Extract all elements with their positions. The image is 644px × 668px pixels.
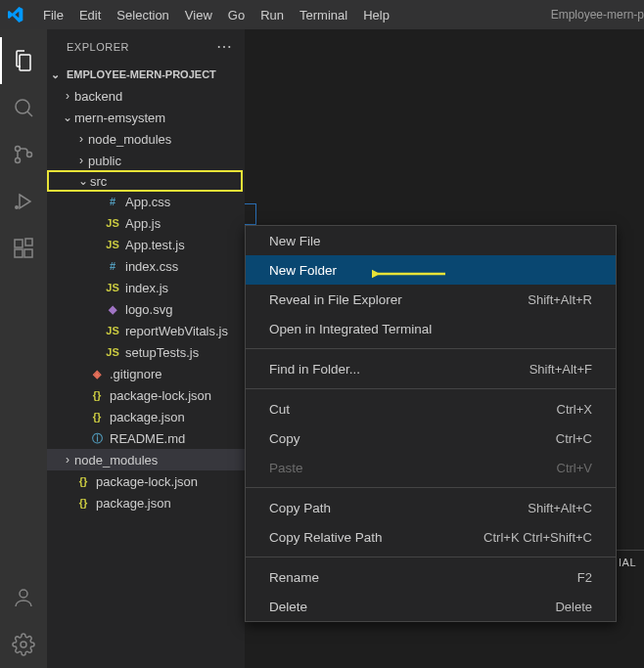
- account-icon[interactable]: [0, 574, 47, 621]
- tree-item-setuptests-js[interactable]: JSsetupTests.js: [47, 341, 245, 363]
- panel-tab-fragment[interactable]: IAL: [617, 550, 644, 573]
- ctx-separator: [246, 348, 616, 349]
- menu-run[interactable]: Run: [253, 0, 292, 29]
- debug-icon[interactable]: [0, 178, 47, 225]
- svg-point-6: [15, 205, 19, 209]
- file-type-icon: JS: [104, 239, 121, 250]
- file-type-icon: #: [104, 260, 121, 272]
- titlebar: FileEditSelectionViewGoRunTerminalHelp E…: [0, 0, 644, 29]
- tree-item-package-lock-json[interactable]: {}package-lock.json: [47, 470, 245, 492]
- window-title: Employee-mern-p: [551, 8, 644, 22]
- menu-help[interactable]: Help: [355, 0, 397, 29]
- file-type-icon: {}: [74, 497, 92, 509]
- menu-selection[interactable]: Selection: [109, 0, 176, 29]
- explorer-more-icon[interactable]: ⋯: [216, 37, 233, 56]
- menu-file[interactable]: File: [35, 0, 71, 29]
- chevron-right-icon: ›: [61, 453, 74, 467]
- svg-point-12: [21, 642, 26, 647]
- tree-item-public[interactable]: ›public: [47, 150, 245, 171]
- ctx-copy[interactable]: CopyCtrl+C: [246, 423, 616, 453]
- menu-edit[interactable]: Edit: [71, 0, 109, 29]
- ctx-item-label: New Folder: [269, 263, 337, 278]
- file-type-icon: JS: [104, 282, 121, 293]
- ctx-find-in-folder---[interactable]: Find in Folder...Shift+Alt+F: [246, 354, 616, 383]
- menu-go[interactable]: Go: [220, 0, 253, 29]
- search-icon[interactable]: [0, 84, 47, 131]
- extensions-icon[interactable]: [0, 225, 47, 272]
- tree-item-package-lock-json[interactable]: {}package-lock.json: [47, 384, 245, 406]
- tree-item-app-css[interactable]: #App.css: [47, 191, 245, 212]
- svg-point-3: [16, 158, 21, 163]
- tree-item-label: package-lock.json: [96, 474, 198, 489]
- svg-point-11: [20, 590, 27, 598]
- tree-item-label: src: [90, 174, 107, 189]
- svg-line-1: [27, 111, 32, 116]
- chevron-down-icon: ⌄: [61, 111, 74, 124]
- tree-item-label: node_modules: [88, 132, 171, 147]
- tree-item-node-modules[interactable]: ›node_modules: [47, 449, 245, 470]
- file-type-icon: JS: [104, 325, 121, 336]
- ctx-new-file[interactable]: New File: [246, 226, 616, 255]
- project-root[interactable]: ⌄ EMPLOYEE-MERN-PROJECT: [47, 64, 245, 85]
- tree-item-src[interactable]: ⌄src: [47, 170, 243, 192]
- svg-rect-10: [25, 239, 32, 245]
- ctx-item-shortcut: Delete: [555, 600, 592, 614]
- svg-point-0: [16, 100, 29, 113]
- chevron-down-icon: ⌄: [76, 174, 90, 188]
- ctx-separator: [246, 487, 616, 488]
- svg-point-2: [16, 147, 21, 152]
- ctx-reveal-in-file-explorer[interactable]: Reveal in File ExplorerShift+Alt+R: [246, 285, 616, 314]
- file-tree: ›backend⌄mern-emsystem›node_modules›publ…: [47, 85, 245, 668]
- selection-outline: [245, 203, 256, 225]
- tree-item-mern-emsystem[interactable]: ⌄mern-emsystem: [47, 107, 245, 128]
- source-control-icon[interactable]: [0, 131, 47, 178]
- tree-item-index-css[interactable]: #index.css: [47, 255, 245, 277]
- context-menu: New FileNew FolderReveal in File Explore…: [245, 225, 617, 622]
- ctx-new-folder[interactable]: New Folder: [246, 255, 616, 285]
- chevron-right-icon: ›: [61, 89, 74, 103]
- tree-item-app-js[interactable]: JSApp.js: [47, 212, 245, 234]
- tree-item--gitignore[interactable]: ◈.gitignore: [47, 363, 245, 384]
- tree-item-app-test-js[interactable]: JSApp.test.js: [47, 234, 245, 255]
- settings-icon[interactable]: [0, 621, 47, 668]
- file-type-icon: ◈: [88, 368, 106, 380]
- tree-item-label: README.md: [110, 431, 185, 446]
- ctx-separator: [246, 388, 616, 389]
- tree-item-package-json[interactable]: {}package.json: [47, 492, 245, 513]
- ctx-delete[interactable]: DeleteDelete: [246, 592, 616, 621]
- menu-terminal[interactable]: Terminal: [292, 0, 355, 29]
- ctx-item-label: Find in Folder...: [269, 362, 360, 377]
- tree-item-package-json[interactable]: {}package.json: [47, 406, 245, 427]
- ctx-item-label: Copy Path: [269, 501, 331, 515]
- tree-item-index-js[interactable]: JSindex.js: [47, 277, 245, 298]
- ctx-item-shortcut: Ctrl+K Ctrl+Shift+C: [483, 530, 592, 545]
- tree-item-label: .gitignore: [110, 367, 161, 381]
- tree-item-label: index.js: [125, 281, 168, 295]
- ctx-item-label: Paste: [269, 461, 303, 475]
- ctx-item-label: Copy Relative Path: [269, 530, 383, 545]
- menu-view[interactable]: View: [177, 0, 220, 29]
- tree-item-node-modules[interactable]: ›node_modules: [47, 128, 245, 150]
- ctx-copy-relative-path[interactable]: Copy Relative PathCtrl+K Ctrl+Shift+C: [246, 522, 616, 552]
- tree-item-reportwebvitals-js[interactable]: JSreportWebVitals.js: [47, 320, 245, 341]
- svg-rect-8: [15, 249, 23, 257]
- file-type-icon: {}: [74, 475, 92, 487]
- vscode-logo-icon: [8, 7, 23, 22]
- ctx-item-shortcut: Ctrl+C: [556, 431, 592, 446]
- ctx-item-shortcut: Shift+Alt+R: [528, 292, 592, 307]
- tree-item-readme-md[interactable]: ⓘREADME.md: [47, 427, 245, 449]
- ctx-rename[interactable]: RenameF2: [246, 562, 616, 592]
- ctx-item-shortcut: Ctrl+X: [557, 402, 592, 417]
- explorer-title: EXPLORER: [67, 41, 129, 53]
- ctx-open-in-integrated-terminal[interactable]: Open in Integrated Terminal: [246, 314, 616, 343]
- chevron-right-icon: ›: [74, 154, 88, 167]
- explorer-sidebar: EXPLORER ⋯ ⌄ EMPLOYEE-MERN-PROJECT ›back…: [47, 29, 245, 668]
- ctx-item-label: New File: [269, 234, 321, 248]
- ctx-copy-path[interactable]: Copy PathShift+Alt+C: [246, 493, 616, 522]
- explorer-icon[interactable]: [0, 37, 47, 84]
- tree-item-backend[interactable]: ›backend: [47, 85, 245, 107]
- ctx-paste: PasteCtrl+V: [246, 453, 616, 482]
- ctx-cut[interactable]: CutCtrl+X: [246, 394, 616, 423]
- tree-item-label: App.test.js: [125, 238, 185, 252]
- tree-item-logo-svg[interactable]: ◆logo.svg: [47, 298, 245, 320]
